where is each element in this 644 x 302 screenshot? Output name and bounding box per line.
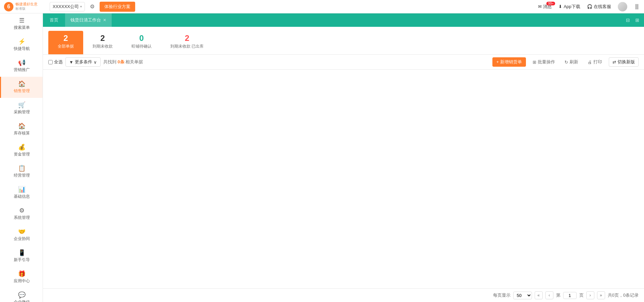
download-icon: ⬇ bbox=[558, 4, 562, 9]
sidebar-item-wechat[interactable]: 💬 企业微信 bbox=[0, 288, 43, 302]
tab-close-icon[interactable]: ✕ bbox=[103, 18, 106, 22]
sidebar-item-finance[interactable]: 💰 资金管理 bbox=[0, 140, 43, 161]
summary-card-wangpu[interactable]: 0 旺铺待确认 bbox=[122, 31, 161, 54]
page-label: 第 bbox=[556, 292, 560, 298]
user-name[interactable]: ▐▌ bbox=[634, 4, 640, 9]
message-icon: ✉ bbox=[538, 4, 542, 9]
sidebar-item-label: 应用中心 bbox=[14, 278, 30, 284]
app-download-button[interactable]: ⬇ App下载 bbox=[558, 4, 580, 10]
page-number-input[interactable] bbox=[563, 292, 577, 299]
switch-version-button[interactable]: ⇄ 切换新版 bbox=[609, 57, 639, 67]
toolbar-left: 全选 ▼ 更多条件 ∨ 共找到 0条 相关单据 bbox=[48, 57, 490, 67]
select-all-input[interactable] bbox=[48, 60, 53, 64]
filter-icon: ▼ bbox=[69, 60, 73, 65]
nav-tabs-bar: 首页 钱货日清工作台 ✕ ⊟ ⊞ bbox=[43, 13, 644, 27]
search-menu-icon: ☰ bbox=[19, 17, 24, 23]
logo-text: 畅捷通好生意 bbox=[15, 2, 38, 6]
found-count: 0条 bbox=[118, 59, 124, 64]
summary-card-overdue[interactable]: 2 到期未收款 bbox=[83, 31, 122, 54]
sidebar-item-label: 快捷导航 bbox=[14, 46, 30, 52]
batch-operation-button[interactable]: ⊞ 批量操作 bbox=[530, 58, 558, 66]
page-label-end: 页 bbox=[579, 292, 584, 298]
summary-card-unshipped[interactable]: 2 到期未收款 已出库 bbox=[161, 31, 213, 54]
sidebar: ☰ 搜索菜单 ⚡ 快捷导航 📢 营销推广 🏠 销售管理 🛒 采购管理 🏠 库存核… bbox=[0, 13, 43, 302]
logo-area: 6 畅捷通好生意 标准版 bbox=[4, 2, 47, 11]
filter-label: 更多条件 bbox=[75, 59, 92, 65]
card-unshipped-number: 2 bbox=[185, 34, 189, 43]
select-all-label: 全选 bbox=[54, 59, 63, 65]
company-selector[interactable]: XXXXXX公司 ▾ bbox=[50, 2, 85, 11]
sidebar-item-operation[interactable]: 📋 经营管理 bbox=[0, 161, 43, 182]
toolbar: 全选 ▼ 更多条件 ∨ 共找到 0条 相关单据 + 新增销货单 bbox=[43, 55, 644, 70]
online-service-label: 在线客服 bbox=[594, 4, 611, 10]
refresh-button[interactable]: ↻ 刷新 bbox=[562, 58, 581, 66]
user-avatar[interactable] bbox=[618, 2, 627, 11]
cooperation-icon: 🤝 bbox=[18, 229, 25, 235]
table-area bbox=[43, 70, 644, 288]
sidebar-item-quick-nav[interactable]: ⚡ 快捷导航 bbox=[0, 35, 43, 56]
online-service-button[interactable]: 🎧 在线客服 bbox=[587, 4, 611, 10]
maximize-window-icon[interactable]: ⊞ bbox=[633, 16, 641, 24]
page-size-label: 每页显示 bbox=[493, 292, 511, 298]
sidebar-item-marketing[interactable]: 📢 营销推广 bbox=[0, 56, 43, 77]
message-button[interactable]: ✉ 消息 99 bbox=[538, 4, 552, 10]
company-chevron-icon: ▾ bbox=[80, 5, 82, 8]
switch-icon: ⇄ bbox=[612, 60, 616, 65]
system-icon: ⚙ bbox=[19, 207, 24, 214]
sidebar-item-app-center[interactable]: 🎁 应用中心 bbox=[0, 267, 43, 288]
total-records: 共0页，0条记录 bbox=[608, 292, 639, 298]
batch-icon: ⊞ bbox=[533, 60, 536, 65]
logo-sub: 标准版 bbox=[15, 6, 38, 11]
print-button[interactable]: 🖨 打印 bbox=[585, 58, 605, 66]
card-unshipped-label: 到期未收款 已出库 bbox=[170, 44, 204, 49]
select-all-checkbox[interactable]: 全选 bbox=[48, 59, 63, 65]
sidebar-item-sales[interactable]: 🏠 销售管理 bbox=[0, 77, 43, 98]
card-all-label: 全部单据 bbox=[58, 44, 74, 49]
sidebar-item-label: 资金管理 bbox=[14, 152, 30, 157]
cashflow-tab-label: 钱货日清工作台 bbox=[70, 17, 101, 23]
sidebar-item-label: 系统管理 bbox=[14, 215, 30, 221]
sidebar-item-label: 库存核算 bbox=[14, 130, 30, 136]
finance-icon: 💰 bbox=[18, 144, 25, 150]
basic-info-icon: 📊 bbox=[18, 186, 25, 192]
app-center-icon: 🎁 bbox=[18, 271, 25, 277]
sidebar-item-purchase[interactable]: 🛒 采购管理 bbox=[0, 98, 43, 119]
add-sales-button[interactable]: + 新增销货单 bbox=[492, 57, 526, 67]
top-bar: 6 畅捷通好生意 标准版 XXXXXX公司 ▾ ⚙ 体验行业方案 ✉ 消息 99… bbox=[0, 0, 644, 13]
prev-page-button[interactable]: ‹ bbox=[545, 291, 553, 299]
guide-icon: 📱 bbox=[18, 250, 25, 256]
sidebar-item-inventory[interactable]: 🏠 库存核算 bbox=[0, 119, 43, 140]
summary-cards: 2 全部单据 2 到期未收款 0 旺铺待确认 2 到期未收款 已出库 bbox=[43, 27, 644, 55]
summary-card-all[interactable]: 2 全部单据 bbox=[48, 31, 83, 54]
sidebar-item-cooperation[interactable]: 🤝 企业协同 bbox=[0, 225, 43, 246]
sidebar-item-label: 采购管理 bbox=[14, 109, 30, 115]
tab-home[interactable]: 首页 bbox=[43, 13, 65, 27]
sidebar-item-system[interactable]: ⚙ 系统管理 bbox=[0, 203, 43, 225]
quick-nav-icon: ⚡ bbox=[18, 39, 25, 45]
sidebar-item-label: 销售管理 bbox=[14, 88, 30, 94]
last-page-button[interactable]: » bbox=[597, 291, 605, 299]
sidebar-item-label: 新手引导 bbox=[14, 257, 30, 263]
experience-button[interactable]: 体验行业方案 bbox=[100, 2, 135, 12]
company-name: XXXXXX公司 bbox=[53, 4, 79, 10]
card-wangpu-number: 0 bbox=[139, 34, 144, 43]
settings-button[interactable]: ⚙ bbox=[88, 2, 97, 11]
sidebar-item-basic-info[interactable]: 📊 基础信息 bbox=[0, 182, 43, 203]
sidebar-item-search-menu[interactable]: ☰ 搜索菜单 bbox=[0, 13, 43, 35]
card-overdue-label: 到期未收款 bbox=[93, 44, 113, 49]
tab-cashflow[interactable]: 钱货日清工作台 ✕ bbox=[65, 13, 112, 27]
filter-button[interactable]: ▼ 更多条件 ∨ bbox=[65, 57, 101, 67]
sidebar-item-guide[interactable]: 📱 新手引导 bbox=[0, 246, 43, 267]
batch-label: 批量操作 bbox=[538, 59, 555, 65]
wechat-icon: 💬 bbox=[18, 292, 25, 298]
next-page-button[interactable]: › bbox=[586, 291, 594, 299]
minimize-window-icon[interactable]: ⊟ bbox=[624, 16, 632, 24]
first-page-button[interactable]: « bbox=[535, 291, 543, 299]
page-size-select[interactable]: 20 50 100 bbox=[513, 292, 532, 299]
gear-icon: ⚙ bbox=[90, 3, 95, 10]
sidebar-item-label: 经营管理 bbox=[14, 173, 30, 178]
found-text: 共找到 0条 相关单据 bbox=[103, 59, 143, 65]
message-badge: 99 bbox=[546, 2, 555, 5]
inventory-icon: 🏠 bbox=[18, 123, 25, 129]
card-wangpu-label: 旺铺待确认 bbox=[131, 44, 152, 49]
